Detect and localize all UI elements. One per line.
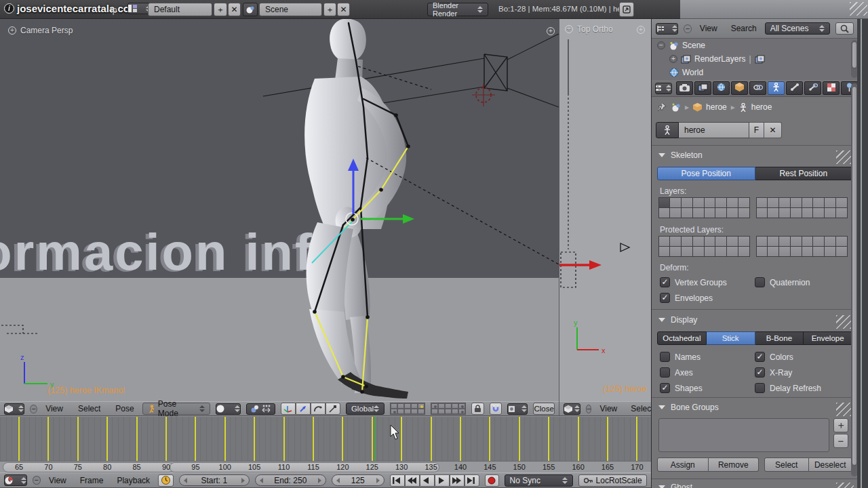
layer-toggle-14[interactable] [726, 246, 738, 257]
select-button[interactable]: Select [764, 458, 809, 472]
checkbox-box[interactable] [660, 352, 670, 362]
checkbox-box[interactable]: ✓ [660, 383, 670, 393]
play-button[interactable] [435, 474, 450, 487]
jump-start-button[interactable] [390, 474, 405, 487]
menu-search[interactable]: Search [728, 24, 760, 33]
overlay-close-button[interactable]: Close [533, 403, 555, 415]
collapse-menus-icon[interactable]: − [586, 405, 591, 413]
bone-groups-list[interactable] [658, 418, 829, 452]
layer-toggle-6[interactable] [726, 236, 738, 247]
checkbox-delay-refresh[interactable]: Delay Refresh [755, 383, 851, 393]
layer-toggle-12[interactable] [802, 207, 814, 218]
layer-toggle-8[interactable] [756, 246, 768, 257]
layer-toggle-10[interactable] [778, 246, 791, 257]
checkbox-axes[interactable]: Axes [660, 367, 755, 378]
layer-toggle-13[interactable] [812, 207, 825, 218]
frame-end-field[interactable]: End: 250 [255, 474, 326, 486]
duplicate-window-icon[interactable] [619, 2, 634, 17]
layer-toggle-5[interactable] [715, 197, 727, 208]
layer-toggle-2[interactable] [778, 197, 791, 208]
layer-toggle-0[interactable] [658, 236, 671, 247]
checkbox-colors[interactable]: ✓Colors [755, 352, 851, 362]
menu-view[interactable]: View [597, 404, 620, 413]
checkbox-shapes[interactable]: ✓Shapes [660, 383, 755, 393]
object-cube-icon[interactable] [693, 103, 702, 112]
properties-tab-object-data[interactable] [768, 81, 785, 95]
checkbox-names[interactable]: Names [660, 352, 755, 362]
delete-layout-button[interactable]: ✕ [228, 3, 241, 16]
layer-toggle-3[interactable] [790, 197, 802, 208]
armature-data-icon[interactable] [739, 103, 747, 112]
deselect-button[interactable]: Deselect [809, 458, 853, 472]
layer-toggle-14[interactable] [726, 207, 738, 218]
rotate-manipulator-button[interactable] [311, 403, 326, 415]
record-button[interactable] [485, 474, 499, 487]
menu-view[interactable]: View [46, 476, 69, 485]
layer-toggle-11[interactable] [692, 246, 705, 257]
render-engine-select[interactable]: Blender Render [427, 3, 488, 16]
checkbox-box[interactable]: ✓ [660, 293, 670, 303]
properties-region-plus-icon[interactable]: + [547, 27, 555, 35]
menu-pose[interactable]: Pose [113, 404, 136, 413]
layer-toggle-9[interactable] [669, 207, 682, 218]
layer-toggle-11[interactable] [692, 207, 705, 218]
display-mode-stick[interactable]: Stick [707, 331, 755, 345]
add-bone-group-button[interactable]: ＋ [833, 418, 848, 432]
layer-toggle-9[interactable] [669, 246, 682, 257]
layer-toggle-4[interactable] [802, 197, 814, 208]
layer-toggle-3[interactable] [790, 236, 802, 247]
layer-toggle-15[interactable] [738, 246, 750, 257]
unlink-datablock-button[interactable]: ✕ [764, 122, 782, 138]
properties-tab-object[interactable] [731, 81, 748, 95]
checkbox-x-ray[interactable]: ✓X-Ray [755, 367, 851, 378]
layer-toggle-12[interactable] [802, 246, 814, 257]
layer-toggle-15[interactable] [835, 207, 848, 218]
properties-tab-constraints[interactable] [749, 81, 766, 95]
outliner-item-label[interactable]: RenderLayers [694, 54, 745, 64]
properties-tab-render-layers[interactable] [694, 81, 711, 95]
transform-orientation-select[interactable]: Global [346, 403, 384, 415]
collapse-icon[interactable]: − [657, 41, 665, 49]
layer-toggle-8[interactable] [756, 207, 768, 218]
protected-layers-grid-2[interactable] [756, 236, 847, 256]
layer-toggle-0[interactable] [756, 197, 768, 208]
outliner-item-label[interactable]: World [682, 68, 703, 77]
properties-tab-bone-constraints[interactable] [804, 81, 821, 95]
layer-toggle-0[interactable] [756, 236, 768, 247]
plus-icon-right[interactable]: + [637, 26, 645, 34]
prev-keyframe-button[interactable] [405, 474, 420, 487]
scene-ball-icon[interactable] [671, 103, 681, 112]
breadcrumb-object[interactable]: heroe [706, 102, 727, 112]
layer-toggle-5[interactable] [715, 236, 727, 247]
current-frame-line[interactable] [374, 417, 376, 461]
renderlayers-icon[interactable] [755, 55, 765, 64]
collapse-menus-icon[interactable]: − [684, 24, 692, 33]
layer-toggle-6[interactable] [726, 197, 738, 208]
timeline-canvas[interactable] [0, 416, 651, 461]
layer-toggle-8[interactable] [658, 246, 671, 257]
layer-toggle-11[interactable] [790, 207, 802, 218]
lock-camera-button[interactable] [471, 403, 484, 415]
layer-toggle-3[interactable] [692, 236, 705, 247]
scene-select[interactable]: Scene [259, 3, 322, 16]
collapse-menus-icon[interactable]: − [33, 476, 41, 485]
snap-button[interactable] [490, 403, 502, 415]
protected-layers-grid-1[interactable] [658, 236, 749, 256]
layer-toggle-14[interactable] [824, 246, 836, 257]
viewport-shading-select[interactable] [216, 403, 241, 415]
remove-bone-group-button[interactable]: − [833, 434, 848, 448]
add-layout-button[interactable]: ＋ [214, 3, 227, 16]
pose-position-button[interactable]: Pose Position [657, 167, 755, 180]
outliner-item-world[interactable]: World [652, 66, 858, 79]
corner-grip[interactable] [850, 2, 867, 16]
viewport-3d-main[interactable]: formacion inf formacion inf [0, 19, 559, 401]
scale-manipulator-button[interactable] [326, 403, 340, 415]
remove-button[interactable]: Remove [709, 458, 760, 472]
render-preview-select[interactable] [507, 403, 528, 415]
layer-toggle-5[interactable] [812, 197, 825, 208]
pin-icon[interactable] [657, 102, 667, 112]
outliner-item-label[interactable]: Scene [682, 41, 705, 50]
ghost-panel-header[interactable]: Ghost [658, 483, 692, 488]
display-mode-octahedral[interactable]: Octahedral [657, 331, 707, 345]
display-mode-envelope[interactable]: Envelope [804, 331, 852, 345]
